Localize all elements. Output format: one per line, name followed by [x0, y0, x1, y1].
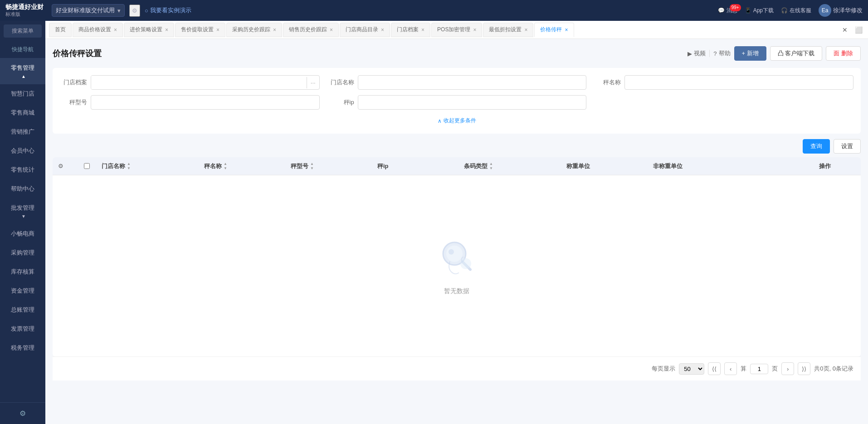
sidebar-item-retail-mall[interactable]: 零售商城 [0, 103, 45, 122]
tab-price-scale[interactable]: 价格传秤 × [534, 23, 574, 37]
download-button[interactable]: 凸 客户端下载 [770, 46, 823, 61]
sidebar-item-wholesale[interactable]: 批发管理 ▼ [0, 198, 45, 224]
sidebar-item-purchase[interactable]: 采购管理 [0, 243, 45, 262]
app-download-button[interactable]: 📱 App下载 [745, 7, 774, 14]
tab-price-extract[interactable]: 售价提取设置 × [175, 23, 225, 37]
tab-store-archive[interactable]: 门店档案 × [391, 23, 430, 37]
tab-close-icon[interactable]: × [273, 27, 276, 33]
demo-link-text: 我要看实例演示 [150, 6, 191, 14]
col-header-operation: 操作 [815, 158, 861, 175]
tab-close-icon[interactable]: × [165, 27, 168, 33]
help-link[interactable]: ? 帮助 [713, 49, 730, 58]
collapse-button[interactable]: ∧ 收起更多条件 [438, 117, 476, 125]
col-header-shop: 门店名称 ▲▼ [98, 157, 200, 175]
search-form-row1: 门店档案 ··· 门店名称 秤名称 [60, 75, 853, 90]
tab-close-icon[interactable]: × [421, 27, 424, 33]
scale-model-field: 秤型号 [60, 95, 320, 110]
collapse-row: ∧ 收起更多条件 [60, 115, 853, 126]
video-label: 视频 [694, 49, 706, 58]
store-archive-ellipsis-button[interactable]: ··· [307, 77, 319, 88]
tab-cost-strategy[interactable]: 进价策略设置 × [124, 23, 174, 37]
tab-maximize-button[interactable]: ⬜ [853, 24, 864, 35]
sidebar-item-inventory[interactable]: 库存核算 [0, 262, 45, 281]
scale-name-input[interactable] [624, 75, 853, 90]
tab-close-icon[interactable]: × [381, 27, 384, 33]
tab-product-price[interactable]: 商品价格设置 × [73, 23, 123, 37]
sidebar-item-member-center[interactable]: 会员中心 [0, 141, 45, 160]
sidebar-item-label: 批发管理 [11, 204, 34, 212]
delete-button[interactable]: 面 删除 [826, 46, 861, 61]
prev-page-button[interactable]: ‹ [724, 362, 737, 375]
sidebar-item-help-center[interactable]: 帮助中心 [0, 179, 45, 198]
tab-pos-encryption[interactable]: POS加密管理 × [431, 23, 482, 37]
online-service-button[interactable]: 🎧 在线客服 [781, 7, 811, 14]
tab-close-window-button[interactable]: ✕ [840, 24, 849, 35]
tab-min-discount[interactable]: 最低折扣设置 × [483, 23, 533, 37]
sidebar-item-smart-store[interactable]: 智慧门店 [0, 84, 45, 103]
version-select[interactable]: 好业财标准版交付试用 ▾ [52, 4, 125, 17]
sidebar-item-label: 采购管理 [11, 249, 34, 257]
empty-svg [434, 236, 479, 282]
logo-title: 畅捷通好业财 [5, 3, 44, 11]
gear-icon-button[interactable]: ⚙ [129, 5, 140, 17]
sidebar-item-ecommerce[interactable]: 小畅电商 [0, 224, 45, 243]
first-page-button[interactable]: ⟨⟨ [708, 362, 721, 375]
sidebar-item-label: 资金管理 [11, 287, 34, 295]
next-page-button[interactable]: › [781, 362, 794, 375]
scale-model-input[interactable] [91, 95, 320, 110]
tab-close-icon[interactable]: × [524, 27, 527, 33]
search-menu-button[interactable]: 搜索菜单 [4, 24, 42, 38]
tab-store-catalog[interactable]: 门店商品目录 × [340, 23, 390, 37]
tab-close-icon[interactable]: × [473, 27, 476, 33]
page-size-select[interactable]: 50 10 20 100 [679, 363, 704, 375]
tab-sales-history-label: 销售历史价跟踪 [289, 26, 327, 34]
add-button[interactable]: + 新增 [734, 46, 766, 61]
tab-close-icon[interactable]: × [216, 27, 219, 33]
tab-close-active-icon[interactable]: × [565, 27, 568, 33]
sidebar-settings-button[interactable]: ⚙ [17, 406, 29, 420]
messages-button[interactable]: 💬 消息 99+ [718, 7, 737, 14]
col-header-scale-model: 秤型号 ▲▼ [287, 157, 374, 175]
sidebar-item-finance[interactable]: 资金管理 [0, 281, 45, 300]
select-all-check[interactable] [84, 163, 90, 169]
tab-close-icon[interactable]: × [114, 27, 117, 33]
col-scale-model-label: 秤型号 [291, 162, 308, 170]
sidebar-item-label: 发票管理 [11, 325, 34, 333]
col-barcode-label: 条码类型 [464, 162, 488, 170]
sidebar-item-general-ledger[interactable]: 总账管理 [0, 300, 45, 319]
logo-sub: 标准版 [5, 11, 20, 18]
top-right-area: 💬 消息 99+ 📱 App下载 🎧 在线客服 Ea 徐泽华修改 [718, 4, 863, 17]
table-select-all-checkbox[interactable] [75, 159, 98, 173]
col-shop-label: 门店名称 [102, 162, 125, 170]
tab-purchase-history-label: 采购历史价跟踪 [232, 26, 270, 34]
tab-price-scale-label: 价格传秤 [540, 26, 562, 34]
video-link[interactable]: ▶ 视频 [688, 49, 706, 58]
quick-nav-button[interactable]: 快捷导航 [4, 43, 42, 56]
tab-sales-history[interactable]: 销售历史价跟踪 × [283, 23, 339, 37]
sidebar-item-invoice[interactable]: 发票管理 [0, 319, 45, 338]
store-name-input[interactable] [358, 75, 587, 90]
scale-ip-input[interactable] [358, 95, 587, 110]
last-page-button[interactable]: ⟩⟩ [798, 362, 810, 375]
page-number-input[interactable] [750, 364, 768, 374]
messages-badge: 99+ [730, 4, 741, 11]
col-header-scale-ip: 秤ip [374, 158, 460, 175]
user-name: 徐泽华修改 [833, 6, 863, 14]
settings-form-button[interactable]: 设置 [834, 139, 861, 154]
tab-home[interactable]: 首页 [49, 23, 72, 37]
main-layout: 搜索菜单 快捷导航 零售管理 ▲ 智慧门店 零售商城 营销推广 [0, 21, 868, 424]
demo-link[interactable]: ○ 我要看实例演示 [145, 6, 191, 14]
page-size-label: 每页显示 [652, 365, 675, 373]
table-settings-icon-button[interactable]: ⚙ [53, 159, 75, 173]
store-archive-input[interactable] [91, 76, 307, 89]
sidebar-item-retail-management[interactable]: 零售管理 ▲ [0, 58, 45, 84]
sidebar-item-tax[interactable]: 税务管理 [0, 338, 45, 357]
app-container: 畅捷通好业财 标准版 好业财标准版交付试用 ▾ ⚙ ○ 我要看实例演示 💬 消息… [0, 0, 868, 424]
tab-purchase-history[interactable]: 采购历史价跟踪 × [226, 23, 282, 37]
sidebar-item-retail-stats[interactable]: 零售统计 [0, 160, 45, 179]
tab-close-icon[interactable]: × [330, 27, 333, 33]
col-non-weight-label: 非称重单位 [653, 162, 683, 170]
user-area[interactable]: Ea 徐泽华修改 [819, 4, 863, 17]
query-button[interactable]: 查询 [803, 139, 830, 154]
sidebar-item-marketing[interactable]: 营销推广 [0, 122, 45, 141]
